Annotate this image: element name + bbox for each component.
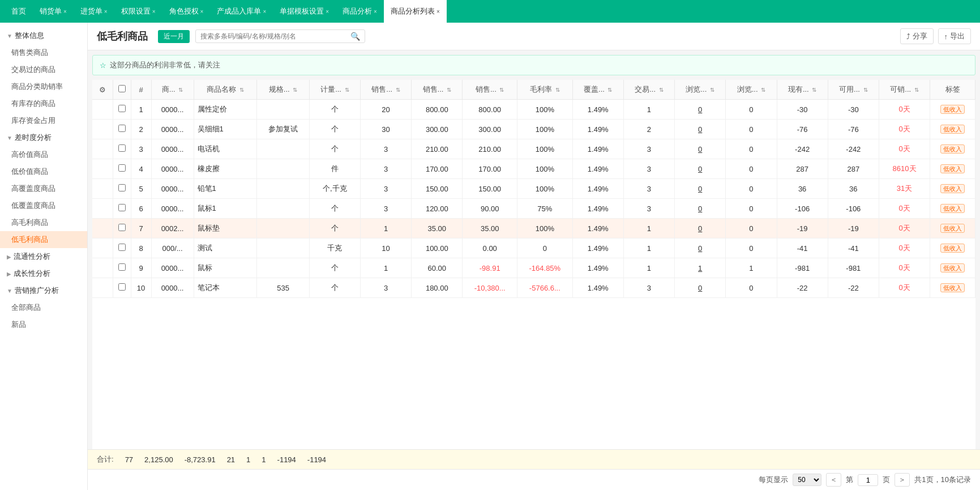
page-unit: 页 xyxy=(883,475,890,485)
search-input[interactable] xyxy=(200,32,350,40)
nav-purchase-order[interactable]: 进货单 × xyxy=(74,0,114,23)
sidebar-item-new-goods[interactable]: 新品 xyxy=(0,316,87,333)
checkbox-cell[interactable] xyxy=(113,100,131,120)
nav-role-auth[interactable]: 角色授权 × xyxy=(162,0,211,23)
sidebar-item-all-goods[interactable]: 全部商品 xyxy=(0,299,87,316)
sidebar-item-category-rate[interactable]: 商品分类助销率 xyxy=(0,78,87,95)
row-checkbox[interactable] xyxy=(118,244,126,251)
checkbox-cell[interactable] xyxy=(113,199,131,219)
sidebar-item-low-value[interactable]: 低价值商品 xyxy=(0,163,87,180)
close-icon[interactable]: × xyxy=(326,8,329,15)
page-label: 第 xyxy=(846,475,853,485)
browse1-cell[interactable]: 0 xyxy=(675,199,726,219)
checkbox-cell[interactable] xyxy=(113,120,131,139)
browse1-cell[interactable]: 0 xyxy=(675,120,726,139)
browse1-cell[interactable]: 0 xyxy=(675,278,726,298)
coverage-cell: 1.49% xyxy=(572,278,623,298)
nav-home[interactable]: 首页 xyxy=(5,0,33,23)
share-button[interactable]: ⤴ 分享 xyxy=(900,28,934,44)
sort-icon: ⇅ xyxy=(812,87,816,93)
row-checkbox[interactable] xyxy=(118,164,126,172)
nav-sales-order[interactable]: 销货单 × xyxy=(33,0,74,23)
close-icon[interactable]: × xyxy=(152,8,156,15)
filter-button[interactable]: 近一月 xyxy=(158,30,190,43)
table-row: 4 0000... 橡皮擦 件 3 170.00 170.00 100% 1.4… xyxy=(92,159,975,179)
row-checkbox[interactable] xyxy=(118,184,126,191)
nav-product-analysis[interactable]: 商品分析 × xyxy=(336,0,384,23)
sidebar-group-liquidity[interactable]: ▶ 流通性分析 xyxy=(0,248,87,265)
close-icon[interactable]: × xyxy=(200,8,204,15)
code-cell: 0000... xyxy=(151,120,194,139)
th-name: 商品名称 ⇅ xyxy=(194,80,257,100)
close-icon[interactable]: × xyxy=(436,8,440,15)
sidebar-item-inventory-capital[interactable]: 库存资金占用 xyxy=(0,112,87,129)
sidebar-group-marketing[interactable]: ▼ 营销推广分析 xyxy=(0,282,87,299)
search-icon[interactable]: 🔍 xyxy=(350,32,360,41)
per-page-select[interactable]: 50 100 200 xyxy=(793,474,821,486)
nav-template-settings[interactable]: 单据模板设置 × xyxy=(273,0,336,23)
th-settings[interactable]: ⚙ xyxy=(92,80,113,100)
select-all-checkbox[interactable] xyxy=(118,85,126,92)
export-button[interactable]: ↑ 导出 xyxy=(938,28,972,44)
row-checkbox[interactable] xyxy=(118,224,126,231)
sidebar-item-high-value[interactable]: 高价值商品 xyxy=(0,146,87,163)
nav-product-instock[interactable]: 产成品入库单 × xyxy=(210,0,273,23)
sidebar-item-high-profit[interactable]: 高毛利商品 xyxy=(0,214,87,231)
chevron-right-icon: ▶ xyxy=(7,254,11,260)
next-page-button[interactable]: ＞ xyxy=(895,473,910,487)
table-header-row: ⚙ # 商... ⇅ 商品名称 ⇅ 规格... ⇅ 计量... ⇅ 销售... … xyxy=(92,80,975,100)
sidebar-item-stocked-goods[interactable]: 有库存的商品 xyxy=(0,95,87,112)
code-cell: 0000... xyxy=(151,139,194,159)
current-cell: -106 xyxy=(777,199,828,219)
close-icon[interactable]: × xyxy=(263,8,266,15)
close-icon[interactable]: × xyxy=(374,8,377,15)
checkbox-cell[interactable] xyxy=(113,219,131,238)
row-checkbox[interactable] xyxy=(118,204,126,211)
nav-permission-settings[interactable]: 权限设置 × xyxy=(114,0,162,23)
spec-cell: 535 xyxy=(257,278,309,298)
sidebar-group-growth[interactable]: ▶ 成长性分析 xyxy=(0,265,87,282)
total-available: -1194 xyxy=(307,455,326,464)
sidebar-item-sales-goods[interactable]: 销售类商品 xyxy=(0,44,87,61)
code-cell: 0000... xyxy=(151,179,194,199)
browse1-cell[interactable]: 0 xyxy=(675,159,726,179)
browse2-cell: 0 xyxy=(726,219,777,238)
sidebar-item-traded-goods[interactable]: 交易过的商品 xyxy=(0,61,87,78)
unit-cell: 个 xyxy=(309,100,360,120)
browse1-cell[interactable]: 0 xyxy=(675,219,726,238)
close-icon[interactable]: × xyxy=(104,8,108,15)
row-checkbox[interactable] xyxy=(118,144,126,152)
transaction-cell: 3 xyxy=(623,159,674,179)
prev-page-button[interactable]: ＜ xyxy=(826,473,841,487)
nav-product-analysis-list[interactable]: 商品分析列表 × xyxy=(384,0,447,23)
settings-cell xyxy=(92,120,113,139)
saleable-cell: 0天 xyxy=(879,238,930,258)
row-checkbox[interactable] xyxy=(118,125,126,132)
browse1-cell[interactable]: 1 xyxy=(675,258,726,278)
table-row: 1 0000... 属性定价 个 20 800.00 800.00 100% 1… xyxy=(92,100,975,120)
page-number-input[interactable] xyxy=(858,474,878,486)
checkbox-cell[interactable] xyxy=(113,179,131,199)
checkbox-cell[interactable] xyxy=(113,258,131,278)
table-row: 5 0000... 铅笔1 个,千克 3 150.00 150.00 100% … xyxy=(92,179,975,199)
sidebar-item-low-coverage[interactable]: 低覆盖度商品 xyxy=(0,197,87,214)
browse1-cell[interactable]: 0 xyxy=(675,179,726,199)
row-checkbox[interactable] xyxy=(118,263,126,271)
row-checkbox[interactable] xyxy=(118,283,126,291)
data-table-container[interactable]: ⚙ # 商... ⇅ 商品名称 ⇅ 规格... ⇅ 计量... ⇅ 销售... … xyxy=(92,80,975,449)
sidebar-item-low-profit[interactable]: 低毛利商品 xyxy=(0,231,87,248)
row-checkbox[interactable] xyxy=(118,105,126,112)
close-icon[interactable]: × xyxy=(63,8,67,15)
sidebar-group-time-analysis[interactable]: ▼ 差时度分析 xyxy=(0,129,87,146)
browse1-cell[interactable]: 0 xyxy=(675,100,726,120)
checkbox-cell[interactable] xyxy=(113,238,131,258)
settings-cell xyxy=(92,179,113,199)
checkbox-cell[interactable] xyxy=(113,278,131,298)
checkbox-cell[interactable] xyxy=(113,159,131,179)
sidebar-item-high-coverage[interactable]: 高覆盖度商品 xyxy=(0,180,87,197)
checkbox-cell[interactable] xyxy=(113,139,131,159)
browse1-cell[interactable]: 0 xyxy=(675,238,726,258)
sidebar-group-overall[interactable]: ▼ 整体信息 xyxy=(0,27,87,44)
current-cell: -41 xyxy=(777,238,828,258)
browse1-cell[interactable]: 0 xyxy=(675,139,726,159)
